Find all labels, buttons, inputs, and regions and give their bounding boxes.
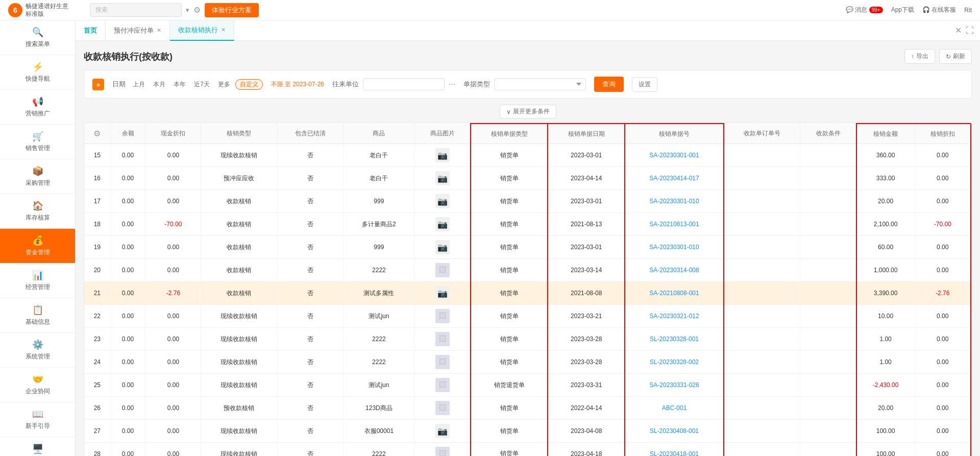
cell-write-off-amount: 20.00 [856, 190, 915, 213]
tab-prepay-close[interactable]: ✕ [157, 27, 161, 34]
cell-balance: 0.00 [110, 305, 145, 328]
voucher-no-link[interactable]: SA-20230301-010 [649, 198, 699, 205]
industry-solution-button[interactable]: 体验行业方案 [205, 3, 259, 17]
cell-write-off-amount: 2,100.00 [856, 213, 915, 236]
voucher-no-link[interactable]: ABC-001 [662, 404, 687, 412]
cell-goods: 测试多属性 [343, 282, 414, 305]
sidebar-item-guide[interactable]: 📖 新手引导 [0, 402, 75, 437]
cell-no: 27 [84, 420, 110, 443]
cell-receipt-terms [800, 397, 856, 420]
page-header: 收款核销执行(按收款) ↑ 导出 ↻ 刷新 [84, 49, 972, 64]
cell-goods-img: 📷 [415, 167, 471, 190]
filter-partner-input[interactable] [363, 78, 445, 90]
sidebar-item-search[interactable]: 🔍 搜索菜单 [0, 20, 75, 55]
refresh-button[interactable]: ↻ 刷新 [939, 49, 972, 64]
table-row: 27 0.00 0.00 现续收款核销 否 衣服00001 📷 销货单 2023… [84, 420, 971, 443]
cell-write-off-discount: -70.00 [915, 213, 971, 236]
tab-receipt[interactable]: 收款核销执行 ✕ [170, 20, 234, 41]
filter-voucher-type-select[interactable] [494, 78, 586, 90]
cell-receipt-terms [800, 420, 856, 443]
dropdown-icon[interactable]: ▾ [186, 6, 189, 14]
goods-image: 🖼 [435, 355, 450, 369]
voucher-no-link[interactable]: SA-20230331-026 [649, 381, 699, 389]
filter-last-month[interactable]: 上月 [130, 79, 148, 90]
voucher-no-link[interactable]: SA-20230301-001 [649, 152, 699, 159]
cell-balance: 0.00 [110, 259, 145, 282]
cell-goods-img: 📷 [415, 213, 471, 236]
voucher-no-link[interactable]: SL-20230418-001 [650, 450, 699, 456]
setting-button[interactable]: 设置 [632, 77, 657, 92]
filter-more[interactable]: 更多 [215, 79, 233, 90]
tab-maximize-icon[interactable]: ⛶ [966, 26, 974, 35]
sidebar-label-basic: 基础信息 [26, 318, 50, 326]
cell-voucher-no: SA-20230314-008 [625, 259, 724, 282]
user-name[interactable]: Rit [964, 7, 972, 14]
cell-write-off-discount: 0.00 [915, 351, 971, 374]
cell-write-off-amount: 1.00 [856, 351, 915, 374]
sidebar-item-operation[interactable]: 📊 经营管理 [0, 263, 75, 298]
goods-image: 📷 [435, 217, 450, 231]
export-button[interactable]: ↑ 导出 [904, 49, 935, 64]
filter-expand-left[interactable]: » [92, 79, 104, 90]
tab-close-window-icon[interactable]: ✕ [955, 26, 962, 35]
voucher-no-link[interactable]: SA-20210813-001 [649, 221, 699, 228]
cell-receipt-order [724, 190, 800, 213]
search-input[interactable]: 搜索 [90, 3, 182, 17]
filter-partner-dots[interactable]: ··· [449, 80, 455, 89]
table-row: 26 0.00 0.00 预收款核销 否 123D商品 🖼 销货单 2022-0… [84, 397, 971, 420]
online-service-link[interactable]: 🎧 在线客服 [922, 6, 956, 14]
voucher-no-link[interactable]: SL-20230328-001 [650, 335, 699, 343]
cell-goods-img: 🖼 [415, 259, 471, 282]
sidebar-item-purchase[interactable]: 📦 采购管理 [0, 159, 75, 194]
table-row: 18 0.00 -70.00 收款核销 否 多计量商品2 📷 销货单 2021-… [84, 213, 971, 236]
cell-voucher-date: 2023-04-08 [548, 420, 625, 443]
query-button[interactable]: 查询 [594, 77, 624, 92]
app-download-link[interactable]: App下载 [891, 6, 914, 14]
sidebar-item-marketing[interactable]: 📢 营销推广 [0, 90, 75, 125]
filter-this-year[interactable]: 本年 [170, 79, 189, 90]
tab-home[interactable]: 首页 [76, 20, 106, 41]
table-row: 15 0.00 0.00 现续收款核销 否 老白干 📷 销货单 2023-03-… [84, 144, 971, 167]
sidebar-item-inventory[interactable]: 🏠 库存核算 [0, 194, 75, 229]
cell-include-settled: 否 [277, 144, 343, 167]
goods-image: 🖼 [435, 332, 450, 346]
goods-image: 📷 [435, 171, 450, 185]
voucher-no-link[interactable]: SA-20230314-008 [649, 267, 699, 274]
sidebar-item-quick[interactable]: ⚡ 快捷导航 [0, 55, 75, 90]
sidebar-item-finance[interactable]: 💰 资金管理 [0, 229, 75, 263]
cell-voucher-date: 2023-03-31 [548, 374, 625, 397]
sidebar-item-basic[interactable]: 📋 基础信息 [0, 298, 75, 333]
voucher-no-link[interactable]: SL-20230408-001 [650, 427, 699, 435]
sidebar-item-corp[interactable]: 🤝 企业协同 [0, 368, 75, 402]
column-settings-icon[interactable]: ⚙ [93, 129, 101, 138]
settings-icon[interactable]: ⚙ [193, 5, 201, 15]
sales-icon: 🛒 [32, 131, 43, 142]
filter-custom[interactable]: 自定义 [235, 79, 263, 90]
sidebar-item-sales[interactable]: 🛒 销售管理 [0, 125, 75, 159]
cell-receipt-order [724, 351, 800, 374]
cell-write-off-discount: 0.00 [915, 305, 971, 328]
voucher-no-link[interactable]: SA-20230414-017 [649, 175, 699, 182]
voucher-no-link[interactable]: SA-20230301-010 [649, 244, 699, 251]
cell-cash-discount: 0.00 [145, 374, 201, 397]
cell-voucher-date: 2023-03-14 [548, 259, 625, 282]
sidebar-item-hardware[interactable]: 🖥️ 智能硬件 [0, 437, 75, 456]
filter-this-month[interactable]: 本月 [150, 79, 168, 90]
voucher-no-link[interactable]: SL-20230328-002 [650, 358, 699, 366]
message-area[interactable]: 💬 消息 99+ [846, 6, 883, 14]
cell-no: 26 [84, 397, 110, 420]
expand-conditions-button[interactable]: ∨ 展开更多条件 [500, 105, 556, 118]
sidebar-label-operation: 经营管理 [26, 283, 50, 292]
sidebar-item-system[interactable]: ⚙️ 系统管理 [0, 333, 75, 368]
col-header-cash-discount: 现金折扣 [145, 124, 201, 144]
tab-prepay[interactable]: 预付冲应付单 ✕ [106, 20, 170, 41]
tab-receipt-close[interactable]: ✕ [221, 27, 226, 33]
cell-receipt-order [724, 213, 800, 236]
filter-7days[interactable]: 近7天 [191, 79, 213, 90]
filter-voucher-type-item: 单据类型 [463, 78, 586, 90]
cell-write-off-type: 收款核销 [201, 282, 277, 305]
cell-goods-img: 📷 [415, 282, 471, 305]
voucher-no-link[interactable]: SA-20230321-012 [649, 313, 699, 320]
cell-no: 23 [84, 328, 110, 351]
voucher-no-link[interactable]: SA-20210808-001 [649, 290, 699, 297]
